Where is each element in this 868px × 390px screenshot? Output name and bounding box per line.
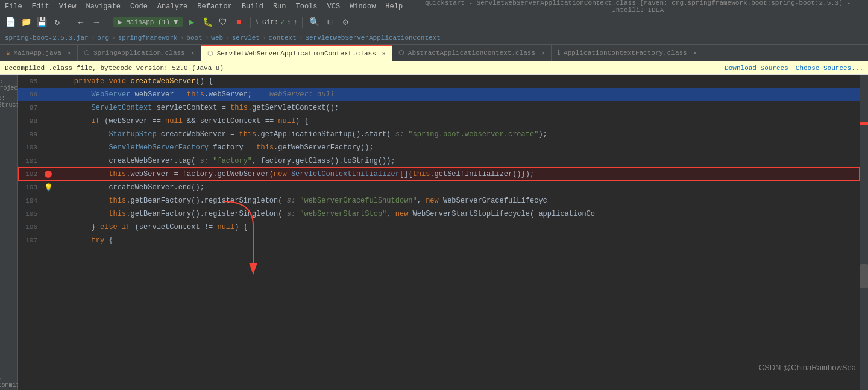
line-code-102: this.webServer = factory.getWebServer(ne… — [54, 170, 860, 178]
code-line-104: 104 this.getBeanFactory().registerSingle… — [18, 194, 860, 207]
line-code-107: try { — [54, 236, 860, 245]
git-status: ⑂ Git: ✓ ↕ ↑ — [256, 18, 297, 26]
breadcrumb-servlet[interactable]: servlet — [232, 34, 260, 42]
gutter-102 — [42, 171, 54, 178]
code-line-103: 103 💡 createWebServer.end(); — [18, 181, 860, 194]
breadcrumb-org[interactable]: org — [97, 34, 109, 42]
line-code-100: ServletWebServerFactory factory = this.g… — [54, 143, 860, 152]
menu-window[interactable]: Window — [350, 2, 376, 11]
toolbar-forward[interactable]: → — [90, 16, 103, 29]
line-num-103: 103 — [18, 184, 42, 191]
code-line-99: 99 StartupStep createWebServer = this.ge… — [18, 128, 860, 141]
scroll-thumb[interactable] — [860, 264, 868, 288]
menu-vcs[interactable]: VCS — [327, 2, 341, 11]
breadcrumb-springframework[interactable]: springframework — [118, 34, 178, 42]
download-sources-link[interactable]: Download Sources — [725, 64, 788, 72]
git-sync: ↕ — [287, 19, 291, 26]
toolbar-refresh[interactable]: ↻ — [51, 16, 64, 29]
line-code-103: createWebServer.end(); — [54, 183, 860, 192]
line-num-106: 106 — [18, 224, 42, 231]
toolbar-search[interactable]: 🔍 — [307, 16, 321, 29]
line-num-100: 100 — [18, 144, 42, 151]
tab-spring-icon: ⬡ — [84, 49, 90, 57]
tab-factory-icon: ℹ — [558, 49, 560, 57]
menu-help[interactable]: Help — [385, 2, 403, 11]
line-num-101: 101 — [18, 157, 42, 165]
line-num-96: 96 — [18, 91, 42, 98]
toolbar: 📄 📁 💾 ↻ ← → ▶ MainApp (1) ▼ ▶ 🐛 🛡 ■ ⑂ Gi… — [0, 13, 868, 31]
breadcrumb: spring-boot-2.5.3.jar › org › springfram… — [0, 31, 868, 45]
line-code-101: createWebServer.tag( s: "factory", facto… — [54, 157, 860, 165]
menu-file[interactable]: File — [5, 2, 22, 11]
breadcrumb-jar[interactable]: spring-boot-2.5.3.jar — [5, 34, 89, 42]
tab-mainapp[interactable]: ☕ MainApp.java ✕ — [0, 45, 78, 61]
menu-code[interactable]: Code — [130, 2, 148, 11]
line-num-104: 104 — [18, 197, 42, 204]
code-line-101: 101 createWebServer.tag( s: "factory", f… — [18, 154, 860, 168]
tab-servlet[interactable]: ⬡ ServletWebServerApplicationContext.cla… — [201, 45, 392, 61]
breadcrumb-context[interactable]: context — [269, 34, 297, 42]
menu-view[interactable]: View — [59, 2, 77, 11]
code-line-97: 97 ServletContext servletContext = this.… — [18, 101, 860, 115]
tab-spring-close[interactable]: ✕ — [191, 49, 195, 57]
run-config-label: MainApp (1) — [126, 19, 170, 26]
bulb-103[interactable]: 💡 — [44, 183, 53, 192]
line-code-106: } else if (servletContext != null) { — [54, 223, 860, 231]
sidebar-structure[interactable]: 2:Struct — [1, 94, 17, 110]
run-config-selector[interactable]: ▶ MainApp (1) ▼ — [113, 17, 183, 27]
menu-edit[interactable]: Edit — [32, 2, 49, 11]
toolbar-save[interactable]: 💾 — [35, 16, 48, 29]
code-line-106: 106 } else if (servletContext != null) { — [18, 221, 860, 234]
tab-spring-label: SpringApplication.class — [93, 49, 185, 57]
toolbar-back[interactable]: ← — [74, 16, 87, 29]
line-num-95: 95 — [18, 78, 42, 85]
code-content[interactable]: 95 private void createWebServer() { 96 W… — [18, 75, 860, 390]
sidebar-commit[interactable]: ⑂Commit — [1, 374, 17, 390]
code-line-100: 100 ServletWebServerFactory factory = th… — [18, 141, 860, 154]
gutter-103: 💡 — [42, 183, 54, 192]
line-code-104: this.getBeanFactory().registerSingleton(… — [54, 197, 860, 205]
menu-analyze[interactable]: Analyze — [157, 2, 187, 11]
breadcrumb-web[interactable]: web — [211, 34, 223, 42]
choose-sources-link[interactable]: Choose Sources... — [796, 64, 863, 72]
line-code-97: ServletContext servletContext = this.get… — [54, 104, 860, 112]
main-layout: 1:Project 2:Struct ⑂Commit 95 private vo… — [0, 75, 868, 390]
tab-abstract[interactable]: ⬡ AbstractApplicationContext.class ✕ — [392, 45, 552, 61]
sidebar-project[interactable]: 1:Project — [1, 77, 17, 93]
stop-button[interactable]: ■ — [232, 16, 245, 29]
code-line-102: 102 this.webServer = factory.getWebServe… — [18, 168, 860, 181]
right-scrollbar[interactable] — [860, 75, 868, 390]
menu-build[interactable]: Build — [242, 2, 263, 11]
menu-refactor[interactable]: Refactor — [197, 2, 232, 11]
line-code-96: WebServer webServer = this.webServer; we… — [54, 90, 860, 99]
debug-button[interactable]: 🐛 — [201, 16, 214, 29]
tab-factory-close[interactable]: ✕ — [693, 49, 697, 57]
toolbar-find-usages[interactable]: ⊞ — [323, 16, 336, 29]
tab-factory[interactable]: ℹ ApplicationContextFactory.class ✕ — [552, 45, 703, 61]
sep3 — [250, 17, 251, 28]
breadcrumb-boot[interactable]: boot — [186, 34, 202, 42]
tab-abstract-icon: ⬡ — [398, 49, 404, 57]
tab-mainapp-icon: ☕ — [6, 49, 10, 57]
tab-factory-label: ApplicationContextFactory.class — [564, 49, 687, 57]
decompiled-links: Download Sources Choose Sources... — [725, 64, 863, 72]
run-config-icon: ▶ — [118, 19, 122, 26]
toolbar-settings[interactable]: ⚙ — [339, 16, 352, 29]
toolbar-open[interactable]: 📁 — [19, 16, 33, 29]
menu-run[interactable]: Run — [273, 2, 286, 11]
run-button[interactable]: ▶ — [185, 16, 198, 29]
coverage-button[interactable]: 🛡 — [216, 16, 230, 29]
tab-spring[interactable]: ⬡ SpringApplication.class ✕ — [78, 45, 201, 61]
line-code-105: this.getBeanFactory().registerSingleton(… — [54, 210, 860, 218]
menu-tools[interactable]: Tools — [296, 2, 318, 11]
git-icon: ⑂ — [256, 19, 260, 26]
toolbar-new[interactable]: 📄 — [4, 16, 17, 29]
tab-servlet-close[interactable]: ✕ — [382, 50, 386, 57]
bookmark-102 — [45, 171, 52, 178]
breadcrumb-class[interactable]: ServletWebServerApplicationContext — [305, 34, 440, 42]
tab-abstract-close[interactable]: ✕ — [541, 49, 545, 57]
line-num-99: 99 — [18, 131, 42, 138]
line-code-95: private void createWebServer() { — [54, 77, 860, 86]
tab-mainapp-close[interactable]: ✕ — [68, 49, 71, 57]
menu-navigate[interactable]: Navigate — [86, 2, 121, 11]
